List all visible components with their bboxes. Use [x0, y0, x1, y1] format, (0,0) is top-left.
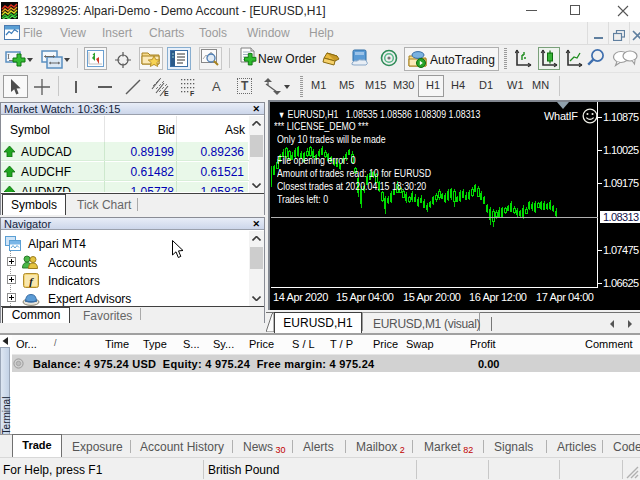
svg-text:E: E — [164, 90, 169, 97]
svg-text:F: F — [190, 90, 195, 97]
